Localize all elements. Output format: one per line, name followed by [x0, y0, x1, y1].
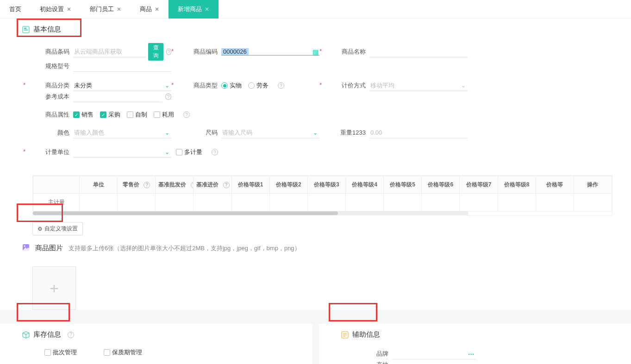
- section-basic: 基本信息: [0, 19, 631, 38]
- pricing-select[interactable]: [369, 80, 468, 91]
- image-icon: [22, 244, 30, 253]
- chk-buy[interactable]: 采购: [100, 111, 120, 119]
- tab-home[interactable]: 首页: [0, 0, 31, 19]
- section-title: 辅助信息: [352, 330, 380, 339]
- table-cell[interactable]: [118, 194, 156, 211]
- origin-input[interactable]: [392, 359, 476, 364]
- label-refcost: 参考成本: [28, 93, 69, 101]
- weight-input[interactable]: [369, 127, 468, 138]
- brand-input[interactable]: [392, 348, 476, 359]
- document-icon[interactable]: ▤: [312, 48, 319, 56]
- color-input[interactable]: [73, 127, 171, 138]
- chk-use[interactable]: 耗用: [154, 111, 174, 119]
- custom-fields-button[interactable]: ⚙ 自定义项设置: [32, 222, 83, 235]
- label-attrs: 商品属性: [28, 111, 69, 119]
- size-input[interactable]: [221, 127, 319, 138]
- section-title: 库存信息: [33, 330, 61, 339]
- table-cell[interactable]: [307, 194, 345, 211]
- label-color: 颜色: [28, 129, 69, 137]
- help-icon[interactable]: ?: [212, 149, 218, 155]
- code-value[interactable]: 0000026: [221, 48, 249, 55]
- close-icon[interactable]: ✕: [205, 6, 209, 12]
- h-scrollbar[interactable]: [33, 211, 469, 215]
- col-header: 价格等级5: [384, 176, 422, 194]
- col-header: 单位: [80, 176, 118, 194]
- tab-staff[interactable]: 部门员工✕: [81, 0, 131, 19]
- chk-batch[interactable]: 批次管理: [44, 348, 77, 357]
- label-name: 商品名称: [324, 48, 366, 56]
- barcode-input[interactable]: [73, 46, 146, 57]
- tab-bar: 首页 初始设置✕ 部门员工✕ 商品✕ 新增商品✕: [0, 0, 631, 19]
- unit-select[interactable]: [73, 147, 171, 158]
- upload-button[interactable]: +: [32, 266, 76, 310]
- table-cell[interactable]: [156, 194, 194, 211]
- label-code: 商品编码: [176, 48, 218, 56]
- table-cell[interactable]: [536, 194, 574, 211]
- close-icon[interactable]: ✕: [67, 6, 71, 12]
- list-icon: [341, 331, 349, 339]
- col-header: 价格等级6: [422, 176, 460, 194]
- table-cell: 主计量: [33, 194, 80, 211]
- svg-point-4: [24, 246, 25, 247]
- table-cell[interactable]: [574, 194, 612, 211]
- radio-service[interactable]: 劳务: [248, 81, 269, 90]
- help-icon[interactable]: ?: [166, 49, 171, 55]
- col-header: 价格等级2: [269, 176, 307, 194]
- price-table: 单位零售价 ?基准批发价 ?基准进价 ?价格等级1价格等级2价格等级3价格等级4…: [32, 175, 612, 216]
- category-select[interactable]: [73, 80, 171, 91]
- section-aux: 辅助信息: [319, 324, 631, 344]
- help-icon[interactable]: ?: [165, 93, 171, 100]
- table-cell[interactable]: [345, 194, 383, 211]
- label-category: 商品分类: [28, 81, 69, 90]
- label-barcode: 商品条码: [28, 48, 69, 56]
- spec-input[interactable]: [73, 61, 171, 72]
- table-cell[interactable]: [384, 194, 422, 211]
- help-icon[interactable]: ?: [68, 332, 74, 338]
- col-header: 价格等: [536, 176, 574, 194]
- table-cell[interactable]: [231, 194, 269, 211]
- chk-multi-unit[interactable]: 多计量: [176, 148, 202, 156]
- label-weight: 重量1233: [324, 129, 366, 137]
- help-icon[interactable]: ?: [183, 111, 190, 118]
- col-header: [33, 176, 80, 194]
- svg-rect-1: [24, 28, 26, 29]
- table-cell[interactable]: [460, 194, 498, 211]
- table-cell[interactable]: [498, 194, 536, 211]
- help-icon[interactable]: ?: [144, 182, 150, 188]
- chk-shelf[interactable]: 保质期管理: [104, 348, 142, 357]
- image-hint: 支持最多上传6张（选择的图片单张大小不超过2MB，支持jpg，jpeg，gif，…: [69, 244, 300, 253]
- table-cell[interactable]: [269, 194, 307, 211]
- more-icon[interactable]: ⋯: [468, 351, 475, 358]
- gear-icon: ⚙: [37, 226, 43, 232]
- section-stock: 库存信息 ?: [0, 324, 312, 344]
- tab-init[interactable]: 初始设置✕: [31, 0, 81, 19]
- name-input[interactable]: [369, 46, 468, 57]
- col-header: 价格等级4: [345, 176, 383, 194]
- close-icon[interactable]: ✕: [117, 6, 121, 12]
- col-header: 操作: [574, 176, 612, 194]
- label-unit: 计量单位: [28, 148, 69, 156]
- refcost-input[interactable]: [73, 91, 162, 102]
- help-icon[interactable]: ?: [278, 82, 284, 89]
- help-icon[interactable]: ?: [191, 182, 194, 188]
- form-icon: [22, 26, 30, 33]
- table-cell[interactable]: [194, 194, 231, 211]
- label-brand: 品牌: [347, 350, 388, 358]
- table-cell[interactable]: [422, 194, 460, 211]
- close-icon[interactable]: ✕: [155, 6, 159, 12]
- section-title: 商品图片: [35, 244, 63, 253]
- label-spec: 规格型号: [28, 62, 69, 70]
- tab-new-product[interactable]: 新增商品✕: [169, 0, 219, 19]
- chk-self[interactable]: 自制: [127, 111, 147, 119]
- col-header: 价格等级3: [307, 176, 345, 194]
- help-icon[interactable]: ?: [223, 182, 230, 188]
- table-cell[interactable]: [80, 194, 118, 211]
- tab-product[interactable]: 商品✕: [131, 0, 169, 19]
- col-header: 基准进价 ?: [194, 176, 231, 194]
- radio-physical[interactable]: 实物: [221, 81, 242, 90]
- col-header: 价格等级1: [231, 176, 269, 194]
- query-button[interactable]: 查询: [148, 43, 163, 61]
- col-header: 价格等级8: [498, 176, 536, 194]
- label-pricing: 计价方式: [324, 81, 366, 90]
- chk-sale[interactable]: 销售: [73, 111, 94, 119]
